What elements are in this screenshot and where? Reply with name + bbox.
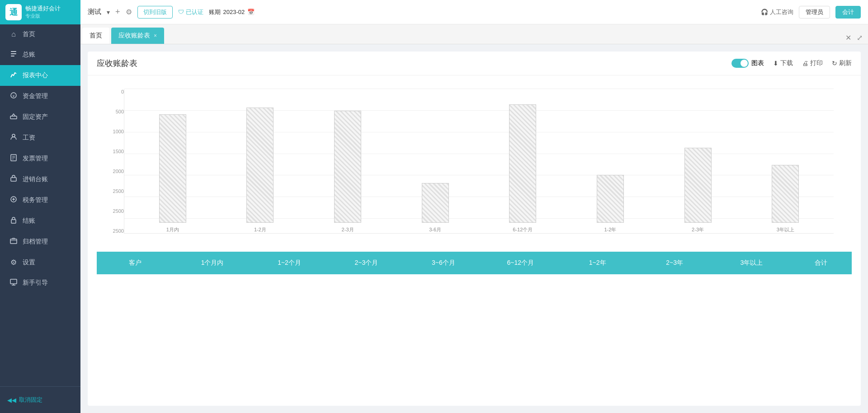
topbar-right: 🎧 人工咨询 管理员 会计 [761, 6, 861, 19]
table-header-row: 客户 1个月内 1~2个月 2~3个月 3~6个月 6~12个月 1~2年 2~… [97, 252, 852, 274]
sidebar-item-guide[interactable]: 新手引导 [0, 272, 80, 293]
sidebar-item-close[interactable]: 结账 [0, 211, 80, 231]
th-3-6month: 3~6个月 [405, 252, 482, 274]
chart-area: 2500 2500 2500 2000 1500 1000 500 0 [88, 75, 861, 406]
period-label: 账期 [209, 8, 221, 16]
topbar: 测试 ▾ + ⚙ 切到旧版 🛡 已认证 账期 2023-02 📅 🎧 人工咨询 … [80, 0, 868, 24]
invoice-icon [9, 154, 18, 163]
tab-expand-btn[interactable]: ⤢ [857, 33, 863, 42]
add-company-btn[interactable]: + [115, 7, 120, 17]
th-3year-plus: 3年以上 [713, 252, 790, 274]
payroll-icon [9, 133, 18, 142]
chart-container: 2500 2500 2500 2000 1500 1000 500 0 [97, 80, 852, 252]
bar-group-8: 3年以上 [772, 165, 799, 233]
report-title: 应收账龄表 [97, 58, 137, 69]
bar-group-4: 3-6月 [422, 183, 449, 233]
aging-tab-label: 应收账龄表 [118, 32, 150, 40]
svg-rect-18 [12, 238, 15, 239]
bar-group-1: 1月内 [159, 114, 186, 233]
cancel-fixed-icon: ◀◀ [7, 397, 16, 404]
svg-rect-1 [11, 53, 16, 54]
company-dropdown-icon[interactable]: ▾ [107, 9, 110, 16]
sidebar-label-invoice: 发票管理 [23, 155, 48, 163]
svg-rect-16 [10, 239, 17, 244]
tab-aging-report[interactable]: 应收账龄表 × [111, 28, 164, 44]
tab-home[interactable]: 首页 [82, 28, 109, 44]
report-icon [9, 71, 18, 80]
logo-icon: 通 [5, 4, 22, 20]
cancel-fixed-btn[interactable]: ◀◀ 取消固定 [0, 391, 80, 408]
th-1month: 1个月内 [174, 252, 250, 274]
sidebar-item-inventory[interactable]: 进销台账 [0, 169, 80, 190]
inventory-icon [9, 175, 18, 184]
home-icon: ⌂ [9, 30, 18, 38]
bar-2-3year [684, 148, 712, 223]
certified-label: 已认证 [186, 8, 203, 16]
sidebar-item-invoice[interactable]: 发票管理 [0, 148, 80, 169]
table-header: 客户 1个月内 1~2个月 2~3个月 3~6个月 6~12个月 1~2年 2~… [97, 252, 852, 274]
sidebar-item-asset[interactable]: 固定资产 [0, 107, 80, 127]
sidebar-item-fund[interactable]: ¥ 资金管理 [0, 86, 80, 107]
ledger-icon [9, 50, 18, 59]
bar-label-3year-plus: 3年以上 [777, 226, 794, 233]
y-label-500: 1500 [113, 149, 124, 154]
sidebar-item-home[interactable]: ⌂ 首页 [0, 24, 80, 44]
sidebar-item-payroll[interactable]: 工资 [0, 127, 80, 148]
tab-close-btn[interactable]: ✕ [845, 33, 851, 42]
content-area: 应收账龄表 图表 ⬇ 下载 🖨 打印 ↻ [80, 44, 868, 413]
sidebar-item-archive[interactable]: 归档管理 [0, 231, 80, 252]
download-label: 下载 [780, 59, 793, 67]
service-label: 人工咨询 [770, 8, 793, 16]
sidebar-label-report: 报表中心 [23, 71, 48, 80]
download-btn[interactable]: ⬇ 下载 [773, 59, 793, 67]
headset-icon: 🎧 [761, 9, 768, 15]
bar-3year-plus [772, 165, 799, 223]
bar-label-3-6month: 3-6月 [429, 226, 441, 233]
refresh-label: 刷新 [839, 59, 852, 67]
sidebar: 通 畅捷通好会计 专业版 ⌂ 首页 总账 报表中心 ¥ 资金管理 [0, 0, 80, 413]
bar-label-1-2year: 1-2年 [604, 226, 616, 233]
y-label-1000: 2000 [113, 169, 124, 174]
bar-1month [159, 114, 186, 223]
sidebar-item-tax[interactable]: 税务管理 [0, 190, 80, 211]
sidebar-label-settings: 设置 [23, 258, 35, 267]
refresh-btn[interactable]: ↻ 刷新 [832, 59, 852, 67]
switch-version-btn[interactable]: 切到旧版 [137, 6, 173, 19]
accountant-btn[interactable]: 会计 [835, 6, 861, 19]
svg-point-6 [12, 134, 15, 137]
tabs-bar: 首页 应收账龄表 × ✕ ⤢ [80, 24, 868, 44]
th-1-2month: 1~2个月 [251, 252, 328, 274]
th-2-3year: 2~3年 [636, 252, 713, 274]
tabs-right-actions: ✕ ⤢ [840, 33, 868, 44]
sidebar-item-report[interactable]: 报表中心 [0, 65, 80, 86]
bar-label-1month: 1月内 [166, 226, 179, 233]
fund-icon: ¥ [9, 92, 18, 101]
chart-toggle-switch[interactable] [731, 59, 749, 68]
service-btn[interactable]: 🎧 人工咨询 [761, 8, 793, 16]
th-customer: 客户 [97, 252, 174, 274]
y-label-2500: 2500 [113, 228, 124, 234]
th-6-12month: 6~12个月 [482, 252, 559, 274]
svg-rect-2 [11, 56, 14, 56]
sidebar-label-home: 首页 [23, 30, 35, 38]
tab-close-icon[interactable]: × [154, 33, 157, 39]
settings-icon: ⚙ [9, 258, 18, 267]
th-2-3month: 2~3个月 [328, 252, 405, 274]
print-btn[interactable]: 🖨 打印 [802, 59, 823, 67]
period-value: 2023-02 [223, 9, 245, 15]
sidebar-item-ledger[interactable]: 总账 [0, 44, 80, 65]
sidebar-label-tax: 税务管理 [23, 196, 48, 204]
calendar-icon[interactable]: 📅 [247, 9, 255, 15]
archive-icon [9, 237, 18, 246]
manager-btn[interactable]: 管理员 [799, 6, 830, 19]
bar-2-3month [334, 111, 361, 223]
settings-gear-icon[interactable]: ⚙ [126, 8, 132, 16]
chart-toggle-label: 图表 [751, 59, 764, 67]
sidebar-item-settings[interactable]: ⚙ 设置 [0, 252, 80, 272]
sidebar-logo: 通 畅捷通好会计 专业版 [0, 0, 80, 24]
bar-1-2month [246, 108, 274, 223]
sidebar-label-ledger: 总账 [23, 51, 35, 59]
bar-group-5: 6-12个月 [509, 104, 536, 233]
shield-icon: 🛡 [178, 9, 184, 15]
refresh-icon: ↻ [832, 60, 837, 67]
